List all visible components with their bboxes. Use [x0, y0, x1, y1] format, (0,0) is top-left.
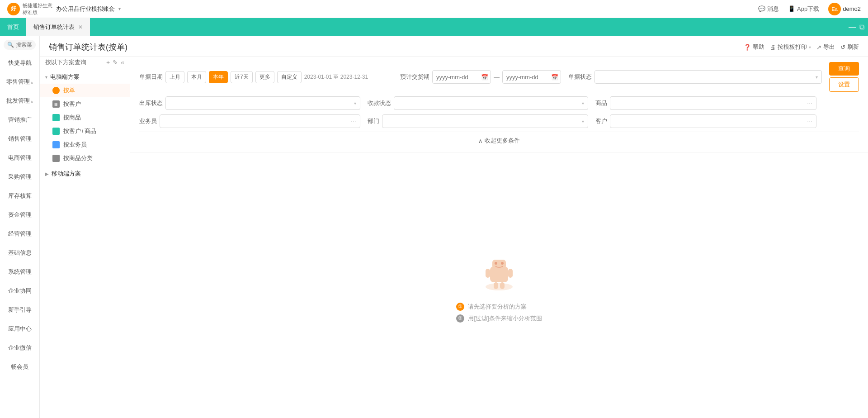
- svg-point-4: [501, 262, 504, 265]
- date-btn-last-month[interactable]: 上月: [165, 71, 184, 83]
- empty-area: ① 请先选择要分析的方案 ② 用[过滤]条件来缩小分析范围: [130, 152, 868, 418]
- filter-customer-col: 客户 ···: [595, 114, 816, 128]
- department-label: 部门: [368, 117, 379, 125]
- svg-point-3: [495, 262, 497, 265]
- department-select[interactable]: ▾: [382, 114, 589, 128]
- sidebar-item-wechat[interactable]: 企业微信: [0, 338, 39, 357]
- tip-num-2: ②: [456, 314, 464, 323]
- scheme-edit-icon[interactable]: ✎: [113, 59, 118, 66]
- sidebar-item-vip[interactable]: 畅会员: [0, 357, 39, 376]
- customer-input[interactable]: ···: [610, 114, 816, 128]
- date-btn-this-month[interactable]: 本月: [187, 71, 206, 83]
- tip-text-1: 请先选择要分析的方案: [468, 303, 527, 311]
- sidebar-item-wholesale[interactable]: 批发管理 ▴: [0, 91, 39, 110]
- tab-bar-actions: — ⧉: [849, 24, 868, 31]
- scheme-item-按业务员-icon: [52, 141, 60, 148]
- scheme-pc-group-header[interactable]: ▾ 电脑端方案: [40, 70, 130, 84]
- template-print-button[interactable]: 🖨 按模板打印 ▾: [770, 43, 811, 51]
- main-layout: 🔍 快捷导航 零售管理 ▴ 批发管理 ▴ 营销推广 销售管理 电商管理 采购管理: [0, 36, 868, 418]
- date-btn-last7days[interactable]: 近7天: [231, 71, 253, 83]
- query-button[interactable]: 查询: [829, 62, 859, 76]
- scheme-item-按客户-label: 按客户: [63, 100, 81, 108]
- search-input[interactable]: [16, 42, 32, 48]
- date-btn-more[interactable]: 更多: [255, 71, 274, 83]
- tab-close-icon[interactable]: ✕: [78, 24, 83, 30]
- scheme-item-按业务员[interactable]: 按业务员: [40, 138, 130, 152]
- bill-status-arrow-icon: ▾: [816, 75, 818, 80]
- sidebar-item-basic[interactable]: 基础信息: [0, 243, 39, 262]
- tab-maximize-button[interactable]: ⧉: [859, 24, 864, 31]
- goods-label: 商品: [595, 99, 607, 107]
- empty-tips: ① 请先选择要分析的方案 ② 用[过滤]条件来缩小分析范围: [456, 303, 542, 323]
- scheme-add-icon[interactable]: +: [106, 59, 110, 66]
- mobile-group-label: 移动端方案: [52, 170, 81, 178]
- filter-date-col: 单据日期 上月 本月 本年 近7天 更多 自定义 2023-01-01 至 20…: [139, 71, 393, 83]
- tab-bar: 首页 销售订单统计表 ✕ — ⧉: [0, 18, 868, 36]
- pc-group-label: 电脑端方案: [50, 73, 80, 81]
- help-button[interactable]: ❓ 帮助: [744, 43, 764, 51]
- sidebar-item-purchase[interactable]: 采购管理: [0, 167, 39, 186]
- date-btn-custom[interactable]: 自定义: [277, 71, 302, 83]
- salesman-input[interactable]: ···: [160, 114, 360, 128]
- date-btn-this-year[interactable]: 本年: [209, 71, 228, 83]
- sidebar-item-finance[interactable]: 资金管理: [0, 205, 39, 224]
- customer-dots-icon: ···: [807, 118, 812, 125]
- scheme-item-按商品-label: 按商品: [63, 114, 81, 122]
- sidebar-item-shortcut[interactable]: 快捷导航: [0, 53, 39, 72]
- sidebar-item-retail[interactable]: 零售管理 ▴: [0, 72, 39, 91]
- filter-bill-status-col: 单据状态 ▾: [568, 70, 822, 84]
- sidebar-item-inventory[interactable]: 库存核算: [0, 186, 39, 205]
- sidebar-item-enterprise[interactable]: 企业协同: [0, 281, 39, 300]
- tab-sales-order-stat[interactable]: 销售订单统计表 ✕: [26, 18, 90, 36]
- scheme-item-按客户-icon: ▦: [52, 100, 60, 108]
- sidebar-item-newbie[interactable]: 新手引导: [0, 300, 39, 319]
- sidebar-item-sales[interactable]: 销售管理: [0, 129, 39, 148]
- collapse-button[interactable]: ∧ 收起更多条件: [473, 135, 525, 147]
- payment-status-select[interactable]: ▾: [394, 96, 589, 110]
- expected-date-label: 预计交货期: [400, 73, 429, 81]
- filter-row-3: 业务员 ··· 部门 ▾: [139, 114, 859, 128]
- message-button[interactable]: 💬 消息: [758, 5, 779, 13]
- out-status-select[interactable]: ▾: [165, 96, 360, 110]
- scheme-item-按商品-icon: [52, 114, 60, 121]
- scheme-item-按商品分类[interactable]: 按商品分类: [40, 152, 130, 165]
- export-button[interactable]: ↗ 导出: [816, 43, 835, 51]
- wholesale-arrow-icon: ▴: [31, 99, 33, 104]
- sidebar-item-business[interactable]: 经营管理: [0, 224, 39, 243]
- user-name: demo2: [843, 5, 861, 12]
- tab-minimize-button[interactable]: —: [849, 24, 856, 31]
- scheme-item-按单[interactable]: 按单: [40, 84, 130, 97]
- sidebar-item-system[interactable]: 系统管理: [0, 262, 39, 281]
- sidebar-item-marketing[interactable]: 营销推广: [0, 110, 39, 129]
- filter-row-1: 单据日期 上月 本月 本年 近7天 更多 自定义 2023-01-01 至 20…: [139, 62, 859, 92]
- scheme-item-按客户[interactable]: ▦ 按客户: [40, 97, 130, 111]
- main-panel: 销售订单统计表(按单) ❓ 帮助 🖨 按模板打印 ▾ ↗ 导出 ↺ 刷新: [40, 36, 868, 418]
- sidebar-item-ecommerce[interactable]: 电商管理: [0, 148, 39, 167]
- tab-home[interactable]: 首页: [0, 18, 26, 36]
- expected-date-to-wrap: 📅: [502, 70, 561, 84]
- app-download-button[interactable]: 📱 App下载: [788, 5, 819, 13]
- user-area[interactable]: Ea demo2: [828, 3, 861, 15]
- svg-point-0: [486, 283, 513, 290]
- app-title-dropdown-icon[interactable]: ▾: [118, 6, 121, 11]
- scheme-mobile-group-header[interactable]: ▶ 移动端方案: [40, 167, 130, 180]
- scheme-item-按商品[interactable]: 按商品: [40, 111, 130, 124]
- out-status-label: 出库状态: [139, 99, 163, 107]
- refresh-button[interactable]: ↺ 刷新: [840, 43, 859, 51]
- svg-rect-8: [500, 282, 505, 289]
- collapse-row: ∧ 收起更多条件: [139, 132, 859, 147]
- tip-text-2: 用[过滤]条件来缩小分析范围: [468, 314, 542, 323]
- settings-button[interactable]: 设置: [829, 77, 859, 92]
- sidebar-item-appstore[interactable]: 应用中心: [0, 319, 39, 338]
- bill-status-select[interactable]: ▾: [594, 70, 822, 84]
- scheme-collapse-icon[interactable]: «: [121, 59, 124, 66]
- app-title[interactable]: 办公用品行业模拟账套: [56, 5, 115, 13]
- filter-panel: 单据日期 上月 本月 本年 近7天 更多 自定义 2023-01-01 至 20…: [130, 57, 868, 152]
- payment-status-label: 收款状态: [368, 99, 391, 107]
- refresh-icon: ↺: [840, 44, 845, 51]
- goods-input[interactable]: ···: [610, 96, 816, 110]
- export-icon: ↗: [816, 44, 821, 51]
- date-to-calendar-icon: 📅: [551, 74, 558, 81]
- bill-status-label: 单据状态: [568, 73, 592, 81]
- scheme-item-按客户商品[interactable]: 按客户+商品: [40, 124, 130, 138]
